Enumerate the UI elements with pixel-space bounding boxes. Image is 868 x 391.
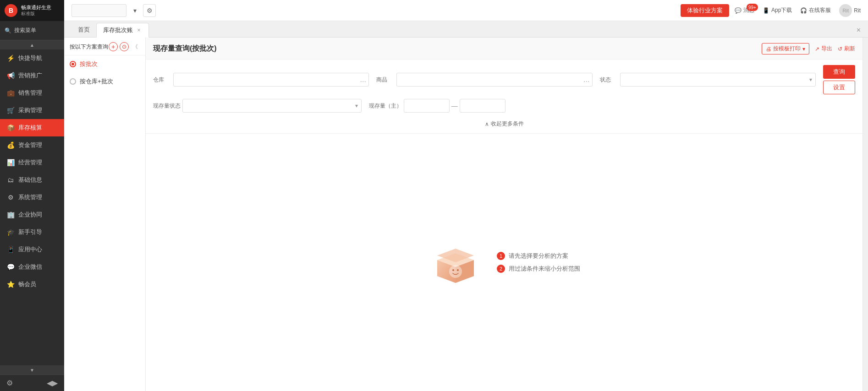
inventory-icon: 📦	[6, 124, 15, 132]
inventory-qty-to-input[interactable]	[460, 99, 505, 113]
sidebar-item-label: 系统管理	[18, 193, 42, 201]
product-more-icon[interactable]: …	[583, 76, 590, 83]
member-icon: ⭐	[6, 280, 15, 288]
topbar-right: 💬 消息 99+ 📱 App下载 🎧 在线客服 Rit Rit	[735, 4, 861, 17]
inventory-status-select-wrapper: ▾	[182, 99, 362, 113]
sidebar-item-label: 库存核算	[18, 124, 42, 132]
filter-inventory-status: 现存量状态 ▾	[153, 99, 362, 113]
sidebar-item-purchase[interactable]: 🛒 采购管理	[0, 102, 64, 119]
side-scrollbar	[863, 38, 868, 391]
export-icon: ↗	[815, 46, 819, 52]
filter-area: 仓库 … 商品 … 状态	[146, 60, 863, 134]
tab-close-icon[interactable]: ×	[136, 27, 142, 33]
sidebar-scroll-down[interactable]: ▼	[0, 365, 64, 375]
export-label: 导出	[821, 45, 832, 53]
settings-btn[interactable]: 设置	[823, 81, 855, 94]
topbar-dropdown-btn[interactable]: ▾	[129, 5, 140, 16]
inventory-status-select[interactable]	[182, 99, 362, 113]
tab-home[interactable]: 首页	[71, 22, 96, 37]
sidebar-item-label: 快捷导航	[18, 54, 42, 62]
scheme-settings-btn[interactable]: ⊙	[120, 42, 129, 51]
left-panel-title: 按以下方案查询	[70, 43, 108, 51]
marketing-icon: 📢	[6, 71, 15, 80]
sidebar-item-inventory[interactable]: 📦 库存核算	[0, 119, 64, 136]
topbar-gear-btn[interactable]: ⚙	[143, 4, 156, 17]
sidebar-item-app-center[interactable]: 📱 应用中心	[0, 241, 64, 258]
left-panel-header: 按以下方案查询 + ⊙ 《	[64, 38, 145, 55]
sidebar-item-sales[interactable]: 💼 销售管理	[0, 84, 64, 102]
sidebar-item-label: 营销推广	[18, 71, 42, 80]
topbar-search-input[interactable]	[71, 4, 126, 17]
collapse-label: 收起更多条件	[491, 120, 524, 128]
tab-bar-close-btn[interactable]: ×	[857, 26, 861, 34]
mobile-icon: 📱	[763, 7, 769, 14]
scheme-label-warehouse-batch: 按仓库+批次	[80, 77, 113, 86]
empty-illustration	[428, 235, 483, 290]
tab-inventory-batch[interactable]: 库存批次账 ×	[96, 23, 149, 38]
sidebar-item-basic-info[interactable]: 🗂 基础信息	[0, 171, 64, 189]
sidebar-scroll-up[interactable]: ▲	[0, 40, 64, 49]
status-select[interactable]	[620, 73, 816, 87]
sidebar-item-operation[interactable]: 📊 经营管理	[0, 154, 64, 171]
avatar: Rit	[839, 4, 852, 17]
print-dropdown-icon[interactable]: ▾	[802, 46, 805, 52]
scheme-collapse-btn[interactable]: 《	[131, 42, 140, 51]
sidebar-item-marketing[interactable]: 📢 营销推广	[0, 67, 64, 84]
sidebar-search-area[interactable]: 🔍 搜索菜单	[0, 21, 64, 40]
filter-status: 状态 ▾	[600, 73, 816, 87]
user-avatar-area[interactable]: Rit Rit	[839, 4, 861, 17]
messages-btn[interactable]: 💬 消息 99+	[735, 6, 754, 14]
search-menu-btn[interactable]: 🔍 搜索菜单	[5, 25, 60, 36]
app-logo: B	[5, 4, 17, 17]
sidebar-item-enterprise-wechat[interactable]: 💬 企业微信	[0, 258, 64, 276]
online-service-btn[interactable]: 🎧 在线客服	[800, 6, 831, 14]
main-content: ▾ ⚙ 体验行业方案 💬 消息 99+ 📱 App下载 🎧 在线客服 Rit	[64, 0, 868, 391]
filter-row-2: 现存量状态 ▾ 现存量（主） —	[153, 99, 855, 113]
status-select-wrapper: ▾	[620, 73, 816, 87]
scheme-item-warehouse-batch[interactable]: 按仓库+批次	[64, 73, 145, 90]
scheme-add-btn[interactable]: +	[109, 42, 118, 51]
inventory-qty-from-input[interactable]	[404, 99, 450, 113]
sidebar-item-system[interactable]: ⚙ 系统管理	[0, 189, 64, 206]
sidebar-item-newbie[interactable]: 🎓 新手引导	[0, 223, 64, 241]
sidebar-menu-icon[interactable]: ◀▶	[47, 379, 58, 387]
query-btn[interactable]: 查询	[823, 65, 855, 79]
headset-icon: 🎧	[800, 7, 807, 14]
sidebar-item-label: 销售管理	[18, 89, 42, 97]
refresh-icon: ↺	[838, 46, 842, 52]
sidebar-gear-icon[interactable]: ⚙	[6, 379, 13, 387]
product-input[interactable]	[396, 73, 592, 87]
tip-num-1: 1	[497, 252, 505, 260]
warehouse-input[interactable]	[173, 73, 369, 87]
enterprise-icon: 🏢	[6, 211, 15, 219]
newbie-icon: 🎓	[6, 228, 15, 236]
sidebar-item-enterprise[interactable]: 🏢 企业协同	[0, 206, 64, 223]
filter-product: 商品 …	[376, 73, 592, 87]
tab-inventory-batch-label: 库存批次账	[103, 26, 133, 34]
qty-dash: —	[450, 102, 460, 109]
left-panel: 按以下方案查询 + ⊙ 《 按批次 按仓库+批次	[64, 38, 146, 391]
export-btn[interactable]: ↗ 导出	[815, 45, 832, 53]
sidebar-item-member[interactable]: ⭐ 畅会员	[0, 276, 64, 293]
print-btn[interactable]: 🖨 按模板打印 ▾	[762, 43, 809, 54]
svg-point-4	[449, 265, 462, 278]
print-icon: 🖨	[766, 46, 771, 52]
experience-btn[interactable]: 体验行业方案	[681, 4, 729, 17]
app-download-btn[interactable]: 📱 App下载	[763, 6, 792, 14]
quick-nav-icon: ⚡	[6, 54, 15, 62]
sales-icon: 💼	[6, 89, 15, 97]
sidebar-item-quick-nav[interactable]: ⚡ 快捷导航	[0, 49, 64, 67]
warehouse-more-icon[interactable]: …	[360, 76, 366, 83]
sidebar-nav: ⚡ 快捷导航 📢 营销推广 💼 销售管理 🛒 采购管理 📦 库存核算 💰 资金管…	[0, 49, 64, 365]
sidebar-item-label: 经营管理	[18, 158, 42, 167]
refresh-label: 刷新	[844, 45, 855, 53]
system-icon: ⚙	[6, 193, 15, 201]
online-service-label: 在线客服	[809, 6, 831, 14]
refresh-btn[interactable]: ↺ 刷新	[838, 45, 855, 53]
empty-tips: 1 请先选择要分析的方案 2 用过滤条件来缩小分析范围	[497, 252, 580, 273]
empty-tip-2: 2 用过滤条件来缩小分析范围	[497, 265, 580, 273]
app-subtitle: 标准版	[21, 11, 51, 17]
scheme-item-batch[interactable]: 按批次	[64, 55, 145, 73]
collapse-btn[interactable]: ∧ 收起更多条件	[153, 117, 855, 128]
sidebar-item-finance[interactable]: 💰 资金管理	[0, 136, 64, 154]
